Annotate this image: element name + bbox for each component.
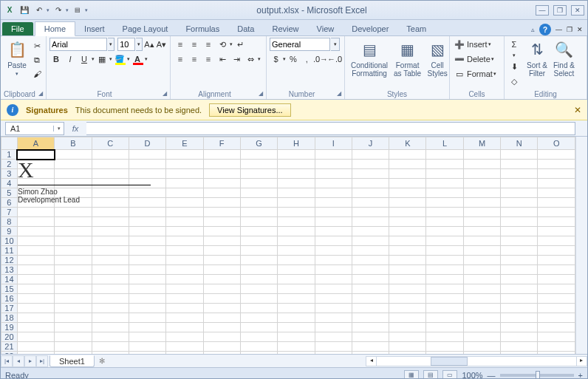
cell-D15[interactable] <box>129 284 165 294</box>
row-header-10[interactable]: 10 <box>1 236 18 246</box>
page-break-view-button[interactable]: ▭ <box>442 370 457 380</box>
cell-N2[interactable] <box>501 160 538 169</box>
cell-G4[interactable] <box>240 179 277 188</box>
cell-H10[interactable] <box>278 236 315 246</box>
percent-format-icon[interactable]: % <box>287 52 299 66</box>
cell-A11[interactable] <box>17 246 54 256</box>
borders-button[interactable]: ▦ <box>95 52 109 66</box>
row-header-14[interactable]: 14 <box>1 275 18 284</box>
cell-J15[interactable] <box>352 284 389 294</box>
merge-center-icon[interactable]: ⇔ <box>244 52 257 66</box>
cell-A8[interactable] <box>17 217 54 227</box>
cell-K10[interactable] <box>389 236 426 246</box>
mdi-restore-icon[interactable]: ❐ <box>567 26 572 33</box>
cell-A15[interactable] <box>17 284 54 294</box>
tab-page-layout[interactable]: Page Layout <box>114 22 177 35</box>
cell-E2[interactable] <box>166 160 203 169</box>
cell-E16[interactable] <box>166 294 203 304</box>
cell-H18[interactable] <box>278 313 315 323</box>
cell-N12[interactable] <box>501 256 538 265</box>
close-button[interactable]: ✕ <box>571 5 584 16</box>
cell-A21[interactable] <box>17 342 54 352</box>
cell-N4[interactable] <box>501 179 538 188</box>
cell-A17[interactable] <box>17 304 54 313</box>
cell-E10[interactable] <box>166 236 203 246</box>
font-size-dropdown[interactable]: ▾ <box>136 38 143 51</box>
zoom-slider[interactable] <box>500 374 574 377</box>
cell-L2[interactable] <box>426 160 463 169</box>
conditional-formatting-button[interactable]: ▤Conditional Formatting <box>348 38 391 79</box>
cell-L19[interactable] <box>426 323 463 332</box>
cell-L1[interactable] <box>426 150 463 160</box>
cell-M3[interactable] <box>463 169 500 179</box>
cell-B11[interactable] <box>55 246 92 256</box>
restore-button[interactable]: ❐ <box>553 5 567 16</box>
cell-O5[interactable] <box>538 188 575 198</box>
align-top-icon[interactable]: ≡ <box>174 38 187 51</box>
cell-O6[interactable] <box>538 198 575 208</box>
cell-B1[interactable] <box>55 150 92 160</box>
cell-B19[interactable] <box>55 323 92 332</box>
cell-M22[interactable] <box>463 352 500 355</box>
cell-C11[interactable] <box>92 246 129 256</box>
wrap-text-icon[interactable]: ↵ <box>233 38 247 51</box>
cell-L17[interactable] <box>426 304 463 313</box>
cell-C18[interactable] <box>92 313 129 323</box>
cell-H8[interactable] <box>278 217 315 227</box>
cell-O7[interactable] <box>538 208 575 217</box>
align-middle-icon[interactable]: ≡ <box>188 38 201 51</box>
shrink-font-icon[interactable]: A▾ <box>156 38 167 51</box>
cell-D22[interactable] <box>129 352 165 355</box>
cell-O1[interactable] <box>538 150 575 160</box>
cell-I12[interactable] <box>315 256 352 265</box>
cell-L12[interactable] <box>426 256 463 265</box>
cell-N11[interactable] <box>501 246 538 256</box>
cell-D13[interactable] <box>129 265 165 275</box>
italic-button[interactable]: I <box>64 52 77 66</box>
cell-C10[interactable] <box>92 236 129 246</box>
zoom-level[interactable]: 100% <box>462 371 482 380</box>
cell-H3[interactable] <box>278 169 315 179</box>
tab-data[interactable]: Data <box>228 22 263 35</box>
column-header-O[interactable]: O <box>538 137 575 150</box>
cell-B6[interactable] <box>55 198 92 208</box>
cell-F22[interactable] <box>203 352 240 355</box>
cell-A10[interactable] <box>17 236 54 246</box>
cell-E7[interactable] <box>166 208 203 217</box>
cell-L11[interactable] <box>426 246 463 256</box>
cell-J6[interactable] <box>352 198 389 208</box>
cell-M2[interactable] <box>463 160 500 169</box>
cell-F10[interactable] <box>203 236 240 246</box>
cell-A22[interactable] <box>17 352 54 355</box>
cell-D8[interactable] <box>129 217 165 227</box>
cell-C22[interactable] <box>92 352 129 355</box>
fill-icon[interactable]: ⬇ <box>507 60 521 73</box>
cell-G9[interactable] <box>240 227 277 236</box>
cell-F1[interactable] <box>203 150 240 160</box>
cell-N8[interactable] <box>501 217 538 227</box>
cell-N20[interactable] <box>501 332 538 342</box>
cell-I5[interactable] <box>315 188 352 198</box>
row-header-17[interactable]: 17 <box>1 304 18 313</box>
cell-E14[interactable] <box>166 275 203 284</box>
cell-H11[interactable] <box>278 246 315 256</box>
tab-home[interactable]: Home <box>35 21 75 36</box>
cell-L22[interactable] <box>426 352 463 355</box>
column-header-N[interactable]: N <box>501 137 538 150</box>
cell-D16[interactable] <box>129 294 165 304</box>
cell-D11[interactable] <box>129 246 165 256</box>
row-header-16[interactable]: 16 <box>1 294 18 304</box>
cell-E13[interactable] <box>166 265 203 275</box>
cell-G21[interactable] <box>240 342 277 352</box>
cell-I16[interactable] <box>315 294 352 304</box>
cell-C8[interactable] <box>92 217 129 227</box>
cell-K14[interactable] <box>389 275 426 284</box>
cell-I7[interactable] <box>315 208 352 217</box>
cell-G8[interactable] <box>240 217 277 227</box>
cell-D10[interactable] <box>129 236 165 246</box>
column-header-B[interactable]: B <box>55 137 92 150</box>
format-as-table-button[interactable]: ▦Format as Table <box>391 38 424 79</box>
cell-H7[interactable] <box>278 208 315 217</box>
cell-I2[interactable] <box>315 160 352 169</box>
cell-D9[interactable] <box>129 227 165 236</box>
